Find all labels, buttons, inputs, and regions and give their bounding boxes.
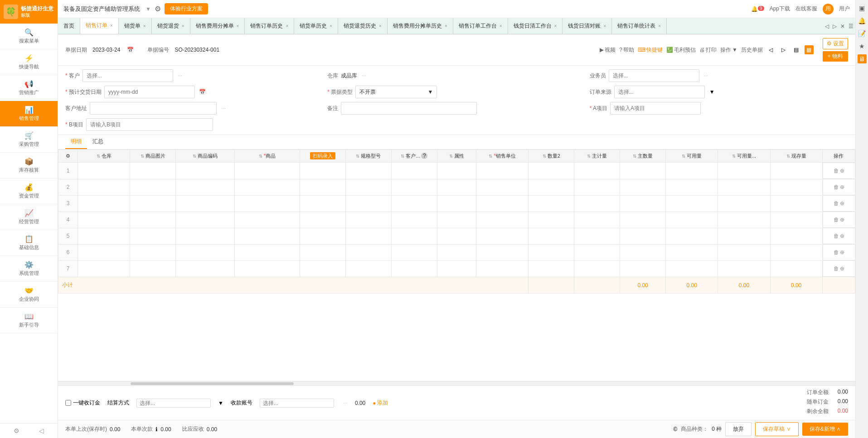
cell-stock-5[interactable]: [770, 228, 822, 244]
cell-scan-6[interactable]: [300, 244, 346, 260]
cell-main-unit-4[interactable]: [574, 212, 620, 228]
nav-prev-icon[interactable]: ◁: [766, 45, 776, 54]
tab-next-icon[interactable]: ▷: [831, 23, 839, 29]
horizontal-scrollbar[interactable]: [58, 381, 855, 385]
tab-close-all-icon[interactable]: ✕: [839, 23, 847, 29]
order-source-input[interactable]: [614, 86, 705, 98]
cell-sales-unit-2[interactable]: [476, 179, 529, 195]
date-picker-icon[interactable]: 📅: [198, 87, 207, 96]
cell-warehouse-7[interactable]: [78, 260, 130, 277]
cell-stock-6[interactable]: [770, 244, 822, 260]
rp-icon-5[interactable]: 🖥: [858, 54, 867, 63]
settings-btn[interactable]: ⚙ 设置: [823, 38, 848, 49]
receipt-account-dots[interactable]: ···: [343, 400, 348, 406]
cell-sales-unit-5[interactable]: [476, 228, 529, 244]
cell-qty2-4[interactable]: [529, 212, 574, 228]
cell-product-7[interactable]: [235, 260, 300, 277]
cell-warehouse-1[interactable]: [78, 163, 130, 179]
cell-main-unit-2[interactable]: [574, 179, 620, 195]
tab-prev-icon[interactable]: ◁: [823, 23, 831, 29]
remark-input[interactable]: [341, 102, 477, 115]
salesperson-input[interactable]: [609, 69, 699, 82]
save-draft-button[interactable]: 保存草稿 ∨: [755, 422, 798, 436]
rp-icon-2[interactable]: 🔔: [858, 16, 867, 25]
sidebar-item-资金管理[interactable]: 💰 资金管理: [0, 178, 58, 204]
shortcut-btn[interactable]: ⌨ 快捷键: [638, 46, 663, 54]
cell-product-3[interactable]: [235, 195, 300, 212]
cell-main-qty-1[interactable]: [620, 163, 666, 179]
topbar-settings-icon[interactable]: ⚙: [155, 5, 161, 13]
tab-5[interactable]: 销售订单历史×: [245, 18, 294, 34]
cell-main-unit-6[interactable]: [574, 244, 620, 260]
cell-spec-5[interactable]: [345, 228, 391, 244]
cell-main-unit-1[interactable]: [574, 163, 620, 179]
cell-product-5[interactable]: [235, 228, 300, 244]
tab-close-6[interactable]: ×: [330, 24, 332, 29]
cell-stock-7[interactable]: [770, 260, 822, 277]
cell-available-4[interactable]: [666, 212, 718, 228]
add-button[interactable]: ● 添加: [373, 399, 388, 407]
payment-method-dropdown-icon[interactable]: ▼: [218, 400, 223, 406]
cell-product-6[interactable]: [235, 244, 300, 260]
sidebar-item-销售管理[interactable]: 📊 销售管理: [0, 101, 58, 127]
cell-product-code-2[interactable]: [176, 179, 235, 195]
tab-close-5[interactable]: ×: [286, 24, 288, 29]
expected-date-input[interactable]: [104, 86, 195, 98]
cell-available2-3[interactable]: [718, 195, 770, 212]
sidebar-item-基础信息[interactable]: 📋 基础信息: [0, 230, 58, 256]
th-settings[interactable]: ⚙: [58, 150, 78, 163]
delete-icon-4[interactable]: 🗑: [834, 217, 839, 223]
cell-product-code-3[interactable]: [176, 195, 235, 212]
tab-close-8[interactable]: ×: [445, 24, 447, 29]
cell-product-img-1[interactable]: [130, 163, 176, 179]
tab-1[interactable]: 销售订单×: [80, 18, 119, 34]
cell-customer-code-5[interactable]: [391, 228, 437, 244]
tab-8[interactable]: 销售费用分摊单历史×: [388, 18, 453, 34]
cell-customer-code-4[interactable]: [391, 212, 437, 228]
receipt-account-input[interactable]: [260, 399, 334, 408]
cell-product-img-5[interactable]: [130, 228, 176, 244]
cell-available-6[interactable]: [666, 244, 718, 260]
cell-available-1[interactable]: [666, 163, 718, 179]
print-btn[interactable]: 🖨 打印: [699, 46, 717, 54]
online-service-link[interactable]: 在线客服: [795, 5, 817, 13]
cell-qty2-7[interactable]: [529, 260, 574, 277]
cell-scan-1[interactable]: [300, 163, 346, 179]
nav-next-icon[interactable]: ▷: [779, 45, 788, 54]
cell-scan-7[interactable]: [300, 260, 346, 277]
cell-stock-4[interactable]: [770, 212, 822, 228]
view-btn[interactable]: ▶ 视频: [600, 46, 616, 54]
cell-sales-unit-6[interactable]: [476, 244, 529, 260]
tab-3[interactable]: 销货退货×: [152, 18, 190, 34]
delete-icon-2[interactable]: 🗑: [834, 184, 839, 190]
cell-customer-code-7[interactable]: [391, 260, 437, 277]
cell-main-unit-5[interactable]: [574, 228, 620, 244]
cell-warehouse-4[interactable]: [78, 212, 130, 228]
cell-spec-1[interactable]: [345, 163, 391, 179]
sidebar-item-库存核算[interactable]: 📦 库存核算: [0, 153, 58, 178]
tab-11[interactable]: 钱货日清对账×: [563, 18, 612, 34]
cell-qty2-5[interactable]: [529, 228, 574, 244]
cell-available2-1[interactable]: [718, 163, 770, 179]
tab-10[interactable]: 钱货日清工作台×: [508, 18, 563, 34]
cell-main-unit-7[interactable]: [574, 260, 620, 277]
sidebar-item-系统管理[interactable]: ⚙️ 系统管理: [0, 256, 58, 282]
cell-main-qty-7[interactable]: [620, 260, 666, 277]
rp-icon-1[interactable]: ▣: [858, 4, 867, 13]
rp-icon-3[interactable]: 📝: [858, 29, 867, 38]
copy-icon-1[interactable]: ⊕: [840, 168, 844, 174]
cell-available2-5[interactable]: [718, 228, 770, 244]
cell-attr-5[interactable]: [437, 228, 476, 244]
sidebar-item-搜索菜单[interactable]: 🔍 搜索菜单: [0, 24, 58, 49]
notification-icon[interactable]: 🔔9: [751, 6, 764, 12]
cell-stock-2[interactable]: [770, 179, 822, 195]
help-btn[interactable]: ? 帮助: [619, 46, 634, 54]
cell-spec-6[interactable]: [345, 244, 391, 260]
cell-sales-unit-1[interactable]: [476, 163, 529, 179]
cell-product-2[interactable]: [235, 179, 300, 195]
delete-icon-7[interactable]: 🗑: [834, 265, 839, 272]
cell-product-img-6[interactable]: [130, 244, 176, 260]
delete-icon-1[interactable]: 🗑: [834, 168, 839, 174]
cell-stock-1[interactable]: [770, 163, 822, 179]
operate-btn[interactable]: 操作 ▼: [720, 46, 737, 54]
